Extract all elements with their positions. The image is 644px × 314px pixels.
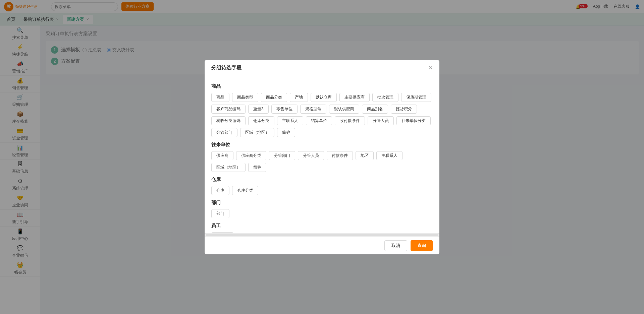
confirm-button[interactable]: 查询 bbox=[411, 240, 433, 251]
field-grid-goods: 商品 商品类型 商品分类 产地 默认仓库 主要供应商 批次管理 保质期管理 客户… bbox=[211, 93, 433, 137]
field-tag-partner-0[interactable]: 供应商 bbox=[211, 151, 233, 160]
field-tag-goods-6[interactable]: 批次管理 bbox=[372, 93, 398, 102]
field-tag-goods-20[interactable]: 分管人员 bbox=[368, 116, 394, 125]
field-tag-partner-7[interactable]: 区域（地区） bbox=[211, 163, 246, 172]
field-tag-goods-24[interactable]: 简称 bbox=[277, 128, 295, 137]
field-grid-department: 部门 bbox=[211, 209, 433, 218]
field-tag-goods-18[interactable]: 结算单位 bbox=[306, 116, 332, 125]
field-select-modal: 分组待选字段 ✕ 商品 商品 商品类型 商品分类 产地 默认仓库 主要供应商 批… bbox=[205, 60, 439, 254]
field-tag-goods-3[interactable]: 产地 bbox=[290, 93, 308, 102]
field-tag-partner-2[interactable]: 分管部门 bbox=[269, 151, 295, 160]
section-title-partner: 往来单位 bbox=[211, 142, 433, 148]
field-tag-partner-6[interactable]: 主联系人 bbox=[376, 151, 402, 160]
field-tag-goods-12[interactable]: 默认供应商 bbox=[329, 105, 359, 114]
field-tag-goods-16[interactable]: 仓库分类 bbox=[248, 116, 274, 125]
field-grid-partner: 供应商 供应商分类 分管部门 分管人员 付款条件 地区 主联系人 区域（地区） … bbox=[211, 151, 433, 172]
field-tag-warehouse-0[interactable]: 仓库 bbox=[211, 186, 229, 195]
modal-footer: 取消 查询 bbox=[205, 237, 439, 254]
field-tag-partner-8[interactable]: 简称 bbox=[248, 163, 266, 172]
modal-overlay: 分组待选字段 ✕ 商品 商品 商品类型 商品分类 产地 默认仓库 主要供应商 批… bbox=[0, 0, 644, 314]
field-tag-goods-23[interactable]: 区域（地区） bbox=[240, 128, 274, 137]
section-title-department: 部门 bbox=[211, 200, 433, 206]
section-title-employee: 员工 bbox=[211, 223, 433, 229]
field-tag-goods-14[interactable]: 拣货积分 bbox=[391, 105, 417, 114]
hscroll-track bbox=[206, 234, 438, 236]
field-tag-goods-1[interactable]: 商品类型 bbox=[232, 93, 258, 102]
field-tag-goods-22[interactable]: 分管部门 bbox=[211, 128, 237, 137]
field-tag-goods-4[interactable]: 默认仓库 bbox=[311, 93, 337, 102]
field-tag-goods-10[interactable]: 零售单位 bbox=[271, 105, 298, 114]
section-title-warehouse: 仓库 bbox=[211, 177, 433, 183]
modal-header: 分组待选字段 ✕ bbox=[205, 60, 439, 76]
field-tag-goods-21[interactable]: 往来单位分类 bbox=[396, 116, 431, 125]
modal-close-icon[interactable]: ✕ bbox=[428, 65, 433, 71]
field-tag-goods-5[interactable]: 主要供应商 bbox=[339, 93, 370, 102]
field-tag-goods-15[interactable]: 税收分类编码 bbox=[211, 116, 246, 125]
field-tag-partner-4[interactable]: 付款条件 bbox=[327, 151, 353, 160]
modal-body: 商品 商品 商品类型 商品分类 产地 默认仓库 主要供应商 批次管理 保质期管理… bbox=[205, 76, 439, 233]
field-tag-goods-2[interactable]: 商品分类 bbox=[261, 93, 287, 102]
field-tag-partner-3[interactable]: 分管人员 bbox=[298, 151, 324, 160]
field-tag-goods-7[interactable]: 保质期管理 bbox=[401, 93, 431, 102]
field-grid-warehouse: 仓库 仓库分类 bbox=[211, 186, 433, 195]
field-tag-goods-11[interactable]: 规格型号 bbox=[300, 105, 326, 114]
field-tag-department-0[interactable]: 部门 bbox=[211, 209, 229, 218]
field-tag-goods-0[interactable]: 商品 bbox=[211, 93, 229, 102]
section-title-goods: 商品 bbox=[211, 83, 433, 89]
field-tag-partner-5[interactable]: 地区 bbox=[356, 151, 374, 160]
field-tag-goods-17[interactable]: 主联系人 bbox=[277, 116, 303, 125]
field-tag-warehouse-1[interactable]: 仓库分类 bbox=[232, 186, 258, 195]
field-tag-partner-1[interactable]: 供应商分类 bbox=[236, 151, 266, 160]
field-tag-goods-13[interactable]: 商品别名 bbox=[362, 105, 388, 114]
modal-title: 分组待选字段 bbox=[211, 65, 241, 71]
field-tag-goods-19[interactable]: 收付款条件 bbox=[335, 116, 365, 125]
cancel-button[interactable]: 取消 bbox=[384, 240, 407, 251]
modal-hscroll[interactable] bbox=[205, 233, 439, 237]
field-tag-goods-8[interactable]: 客户商品编码 bbox=[211, 105, 246, 114]
field-tag-goods-9[interactable]: 重量3 bbox=[248, 105, 269, 114]
